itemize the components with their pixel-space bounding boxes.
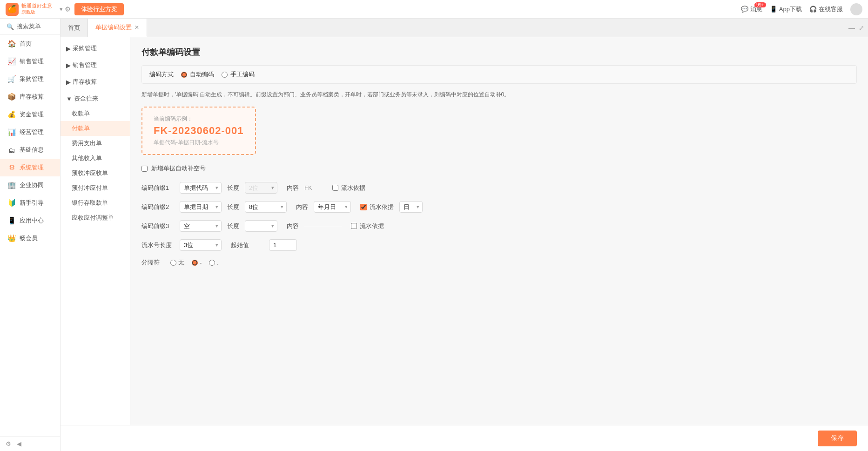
tab-serial-setting[interactable]: 单据编码设置 ✕ — [88, 19, 147, 37]
prefix2-day-wrapper[interactable]: 日 月 年 — [399, 201, 423, 213]
main-content: ▶ 采购管理 ▶ 销售管理 ▶ 库存核算 — [61, 37, 868, 425]
prefix2-select[interactable]: 单据日期 部门 业务员 — [184, 203, 210, 210]
appcenter-icon: 📱 — [7, 216, 16, 225]
online-service-item[interactable]: 🎧 在线客服 — [809, 5, 843, 13]
trial-button[interactable]: 体验行业方案 — [74, 3, 124, 15]
sep-none-option[interactable]: 无 — [170, 258, 184, 267]
sub-nav-group-inventory-title[interactable]: ▶ 库存核算 — [61, 74, 130, 89]
sidebar-item-newguide[interactable]: 🔰 新手引导 — [0, 194, 60, 212]
prefix3-serial-checkbox[interactable] — [351, 223, 357, 229]
sidebar-item-sales[interactable]: 📈 销售管理 — [0, 53, 60, 70]
prefix1-serial-label: 流水依据 — [341, 184, 365, 192]
config-row-prefix1: 编码前缀1 单据代码 部门 业务员 长度 2位 内容 — [141, 182, 857, 194]
sidebar-item-member[interactable]: 👑 畅会员 — [0, 229, 60, 247]
sidebar-item-appcenter[interactable]: 📱 应用中心 — [0, 212, 60, 229]
preview-code: FK-20230602-001 — [154, 125, 244, 137]
prefix1-serial-checkbox[interactable] — [332, 185, 338, 191]
tabbar: 首页 单据编码设置 ✕ — ⤢ — [61, 19, 868, 37]
topbar: 🍊 畅通道好生意 旗舰版 ▾ ⚙ 体验行业方案 💬 消息 99+ 📱 App下载… — [0, 0, 868, 19]
maximize-icon[interactable]: ⤢ — [859, 24, 864, 32]
inventory-icon: 📦 — [7, 93, 16, 101]
tab-home[interactable]: 首页 — [61, 19, 88, 37]
sep-dot-radio[interactable] — [209, 260, 215, 266]
tab-serial-setting-label: 单据编码设置 — [95, 23, 132, 32]
prefix3-label: 编码前缀3 — [141, 222, 174, 230]
sub-nav-item-expense[interactable]: 费用支出单 — [61, 136, 130, 151]
serial-length-select[interactable]: 3位 4位 5位 — [184, 242, 210, 249]
sep-dash-radio[interactable] — [192, 260, 198, 266]
sidebar-settings-icon[interactable]: ⚙ — [6, 440, 11, 447]
finance-icon: 💰 — [7, 110, 16, 119]
sub-nav-item-receipt[interactable]: 收款单 — [61, 106, 130, 121]
sub-nav-group-fund-title[interactable]: ▼ 资金往来 — [61, 91, 130, 106]
encoding-method-row: 编码方式 自动编码 手工编码 — [141, 65, 857, 84]
prefix2-length-select[interactable]: 8位 6位 — [249, 203, 275, 210]
prefix3-select[interactable]: 空 单据代码 部门 — [184, 222, 210, 229]
settings-icon[interactable]: ⚙ — [65, 5, 71, 13]
operations-icon: 📊 — [7, 128, 16, 136]
start-value-input[interactable] — [269, 239, 297, 251]
prefix3-length-wrapper[interactable] — [245, 220, 277, 232]
prefix2-day-select[interactable]: 日 月 年 — [404, 203, 411, 210]
save-button[interactable]: 保存 — [818, 431, 857, 446]
sub-nav-group-purchase-label: 采购管理 — [73, 44, 97, 53]
auto-encode-option[interactable]: 自动编码 — [181, 70, 214, 79]
manual-encode-option[interactable]: 手工编码 — [222, 70, 255, 79]
sidebar-item-basic[interactable]: 🗂 基础信息 — [0, 141, 60, 159]
prefix2-select-wrapper[interactable]: 单据日期 部门 业务员 — [180, 201, 222, 213]
prefix1-length-label: 长度 — [227, 184, 239, 192]
prefix3-select-wrapper[interactable]: 空 单据代码 部门 — [180, 220, 222, 232]
sub-nav-item-advance-payable[interactable]: 预付冲应付单 — [61, 181, 130, 195]
sidebar-newguide-label: 新手引导 — [20, 199, 44, 207]
message-item[interactable]: 💬 消息 99+ — [741, 5, 762, 13]
search-icon: 🔍 — [7, 23, 14, 30]
sidebar-item-enterprise[interactable]: 🏢 企业协同 — [0, 176, 60, 194]
sub-nav-item-bank-deposit[interactable]: 银行存取款单 — [61, 195, 130, 210]
prefix1-select-wrapper[interactable]: 单据代码 部门 业务员 — [180, 182, 222, 194]
app-download-label: App下载 — [779, 5, 802, 13]
page-content: 付款单编码设置 编码方式 自动编码 手工编码 新增单据时，'单据编码'自动生成，… — [130, 37, 868, 425]
sub-nav-item-payment[interactable]: 付款单 — [61, 121, 130, 136]
sidebar-item-finance[interactable]: 💰 资金管理 — [0, 106, 60, 123]
sep-dash-option[interactable]: - — [192, 259, 202, 266]
prefix2-length-wrapper[interactable]: 8位 6位 — [245, 201, 287, 213]
prefix1-select[interactable]: 单据代码 部门 业务员 — [184, 184, 210, 191]
prefix2-serial-checkbox[interactable] — [360, 204, 367, 210]
sidebar-item-purchase[interactable]: 🛒 采购管理 — [0, 70, 60, 88]
serial-length-wrapper[interactable]: 3位 4位 5位 — [180, 239, 222, 251]
sep-none-label: 无 — [178, 258, 184, 267]
prefix2-content-select-wrapper[interactable]: 年月日 年月 年 — [314, 201, 351, 213]
avatar[interactable] — [850, 3, 862, 15]
manual-encode-radio[interactable] — [222, 72, 228, 78]
info-text: 新增单据时，'单据编码'自动生成，不可编辑。前缀设置为部门、业务员等档案类，开单… — [141, 90, 857, 99]
sidebar-collapse-icon[interactable]: ◀ — [17, 440, 21, 447]
sep-none-radio[interactable] — [170, 260, 176, 266]
sub-nav-item-other-income[interactable]: 其他收入单 — [61, 151, 130, 166]
sidebar-item-operations[interactable]: 📊 经营管理 — [0, 123, 60, 141]
tab-close-icon[interactable]: ✕ — [135, 24, 139, 31]
prefix3-content-label: 内容 — [287, 222, 299, 230]
sidebar: 🔍 搜索菜单 🏠 首页 📈 销售管理 🛒 采购管理 📦 库存核算 💰 资金管理 … — [0, 19, 61, 451]
nav-dropdown-icon[interactable]: ▾ — [60, 6, 63, 13]
minimize-icon[interactable]: — — [848, 24, 855, 32]
preview-label: 当前编码示例： — [154, 115, 244, 123]
sub-nav-group-purchase-title[interactable]: ▶ 采购管理 — [61, 41, 130, 56]
sidebar-item-inventory[interactable]: 📦 库存核算 — [0, 88, 60, 106]
prefix3-length-select[interactable] — [249, 222, 266, 229]
prefix2-content-select[interactable]: 年月日 年月 年 — [318, 203, 339, 210]
sidebar-system-label: 系统管理 — [20, 163, 44, 172]
config-row-prefix2: 编码前缀2 单据日期 部门 业务员 长度 8位 6位 — [141, 201, 857, 213]
auto-encode-radio[interactable] — [181, 72, 187, 78]
sub-nav-item-advance-receivable[interactable]: 预收冲应收单 — [61, 166, 130, 181]
sidebar-search[interactable]: 🔍 搜索菜单 — [0, 19, 60, 35]
app-download-item[interactable]: 📱 App下载 — [770, 5, 802, 13]
sub-nav-group-sales-title[interactable]: ▶ 销售管理 — [61, 58, 130, 73]
serial-length-label: 流水号长度 — [141, 241, 174, 249]
sep-dot-option[interactable]: . — [209, 259, 219, 266]
sidebar-item-system[interactable]: ⚙ 系统管理 — [0, 159, 60, 176]
sep-dot-label: . — [217, 259, 219, 266]
sidebar-item-home[interactable]: 🏠 首页 — [0, 35, 60, 53]
auto-fill-checkbox[interactable] — [141, 166, 148, 172]
home-icon: 🏠 — [7, 40, 16, 48]
sub-nav-item-ap-adjustment[interactable]: 应收应付调整单 — [61, 210, 130, 225]
